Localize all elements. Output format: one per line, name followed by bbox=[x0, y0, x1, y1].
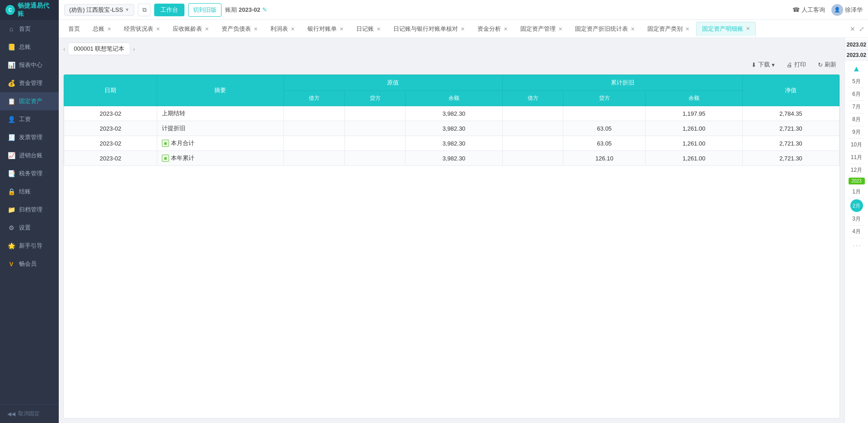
tab-ledger-close[interactable]: ✕ bbox=[107, 26, 111, 32]
company-selector[interactable]: (劝告) 江西股宝-LSS ▼ bbox=[64, 4, 134, 16]
invoice-icon: 🧾 bbox=[7, 134, 15, 141]
tab-assets-liabilities[interactable]: 资产负债表 ✕ bbox=[216, 22, 264, 36]
tab-management[interactable]: 经营状况表 ✕ bbox=[118, 22, 166, 36]
tab-assets-liabilities-close[interactable]: ✕ bbox=[254, 26, 258, 32]
tab-capital-analysis[interactable]: 资金分析 ✕ bbox=[472, 22, 514, 36]
month-item[interactable]: 5月 bbox=[849, 75, 865, 88]
tabbar: 首页 总账 ✕ 经营状况表 ✕ 应收账龄表 ✕ 资产负债表 ✕ 利润表 ✕ 银行… bbox=[59, 20, 868, 38]
tab-fixed-assets-category-label: 固定资产类别 bbox=[647, 25, 683, 33]
cell-orig-debit bbox=[284, 121, 345, 136]
sidebar-item-fixed-assets[interactable]: 📋 固定资产 bbox=[0, 92, 59, 110]
month-item[interactable]: 3月 bbox=[849, 213, 865, 226]
cell-summary: 计提折旧 bbox=[157, 121, 283, 136]
tab-depreciation-stats-close[interactable]: ✕ bbox=[631, 26, 635, 32]
tab-fixed-assets-mgmt[interactable]: 固定资产管理 ✕ bbox=[514, 22, 568, 36]
tab-journal-bank-match[interactable]: 日记账与银行对账单核对 ✕ bbox=[387, 22, 471, 36]
download-button[interactable]: ⬇ 下载 ▾ bbox=[748, 59, 778, 70]
month-item[interactable]: 6月 bbox=[849, 88, 865, 101]
tab-management-close[interactable]: ✕ bbox=[156, 26, 160, 32]
sidebar-item-capital[interactable]: 💰 资金管理 bbox=[0, 74, 59, 92]
tab-home[interactable]: 首页 bbox=[62, 22, 86, 36]
col-orig-balance-header: 余额 bbox=[406, 91, 502, 106]
tab-profit[interactable]: 利润表 ✕ bbox=[264, 22, 301, 36]
cell-dep-credit: 126.10 bbox=[563, 151, 646, 166]
copy-button[interactable]: ⧉ bbox=[138, 4, 151, 16]
tab-expand-icon[interactable]: ⤢ bbox=[859, 25, 864, 33]
vip-icon: V bbox=[7, 261, 15, 268]
cell-orig-credit bbox=[344, 106, 406, 121]
sidebar-item-label: 畅会员 bbox=[19, 260, 37, 268]
data-table: 日期 摘要 原值 累计折旧 净值 借方 贷方 余额 借方 贷方 余额 bbox=[63, 74, 840, 418]
cell-summary: 上期结转 bbox=[157, 106, 283, 121]
cell-dep-debit bbox=[502, 151, 563, 166]
cell-orig-credit bbox=[344, 136, 406, 151]
month-item[interactable]: 10月 bbox=[849, 139, 865, 151]
tab-journal-bank-match-close[interactable]: ✕ bbox=[461, 26, 465, 32]
tab-receivable-close[interactable]: ✕ bbox=[205, 26, 209, 32]
topbar-right: ☎ 人工客询 👤 徐泽华 bbox=[793, 4, 863, 16]
tax-icon: 📑 bbox=[7, 170, 15, 177]
user-menu[interactable]: 👤 徐泽华 bbox=[831, 4, 863, 16]
tab-fixed-assets-detail[interactable]: 固定资产明细账 ✕ bbox=[696, 22, 756, 36]
sidebar-item-reports[interactable]: 📊 报表中心 bbox=[0, 56, 59, 74]
sidebar-item-settings[interactable]: ⚙ 设置 bbox=[0, 219, 59, 237]
sidebar-item-sales[interactable]: 📈 进销台账 bbox=[0, 146, 59, 164]
month-item[interactable]: 9月 bbox=[849, 126, 865, 139]
service-button[interactable]: ☎ 人工客询 bbox=[793, 6, 825, 14]
tab-capital-analysis-close[interactable]: ✕ bbox=[504, 26, 508, 32]
copy-icon: ⧉ bbox=[142, 6, 146, 14]
period-edit-icon[interactable]: ✎ bbox=[262, 6, 267, 13]
tab-receivable[interactable]: 应收账龄表 ✕ bbox=[167, 22, 215, 36]
cell-orig-credit bbox=[344, 121, 406, 136]
sidebar-item-archive[interactable]: 📁 归档管理 bbox=[0, 201, 59, 219]
breadcrumb-next-arrow[interactable]: › bbox=[133, 46, 135, 52]
tab-ledger-label: 总账 bbox=[93, 25, 104, 33]
period-value: 2023-02 bbox=[239, 6, 260, 13]
tab-close-all-icon[interactable]: ✕ bbox=[850, 25, 855, 33]
tab-bank-statement-close[interactable]: ✕ bbox=[340, 26, 344, 32]
cell-dep-balance: 1,261.00 bbox=[646, 151, 742, 166]
month-item[interactable]: 11月 bbox=[849, 151, 865, 164]
tab-fixed-assets-category[interactable]: 固定资产类别 ✕ bbox=[642, 22, 695, 36]
user-name: 徐泽华 bbox=[845, 6, 863, 14]
month-nav-up[interactable]: ▲ bbox=[851, 62, 863, 75]
tab-journal[interactable]: 日记账 ✕ bbox=[350, 22, 387, 36]
sidebar-item-tax[interactable]: 📑 税务管理 bbox=[0, 164, 59, 183]
workspace-button[interactable]: 工作台 bbox=[154, 4, 184, 16]
sidebar-item-close[interactable]: 🔒 结账 bbox=[0, 183, 59, 201]
tab-fixed-assets-category-close[interactable]: ✕ bbox=[685, 26, 689, 32]
sidebar-item-invoice[interactable]: 🧾 发票管理 bbox=[0, 128, 59, 146]
sidebar: C 畅捷通易代账 ⌂ 首页 📒 总账 📊 报表中心 💰 资金管理 📋 固定资产 … bbox=[0, 0, 59, 423]
tab-profit-close[interactable]: ✕ bbox=[291, 26, 295, 32]
sidebar-item-guide[interactable]: 🌟 新手引导 bbox=[0, 237, 59, 255]
tab-ledger[interactable]: 总账 ✕ bbox=[87, 22, 117, 36]
sidebar-item-ledger[interactable]: 📒 总账 bbox=[0, 38, 59, 56]
sidebar-item-label: 发票管理 bbox=[19, 133, 42, 141]
month-item[interactable]: 12月 bbox=[849, 164, 865, 177]
tab-fixed-assets-mgmt-close[interactable]: ✕ bbox=[558, 26, 562, 32]
breadcrumb-prev-arrow[interactable]: ‹ bbox=[63, 46, 65, 52]
cell-date: 2023-02 bbox=[64, 151, 157, 166]
month-nav-dots[interactable]: ⋯ bbox=[850, 238, 863, 253]
month-item[interactable]: 7月 bbox=[849, 101, 865, 113]
tab-bank-statement[interactable]: 银行对账单 ✕ bbox=[302, 22, 349, 36]
tab-depreciation-stats[interactable]: 固定资产折旧统计表 ✕ bbox=[569, 22, 641, 36]
month-list: 5月6月7月8月9月10月11月12月20231月2月3月4月 bbox=[849, 75, 865, 238]
month-item[interactable]: 1月 bbox=[849, 186, 865, 198]
month-item[interactable]: 2月 bbox=[850, 199, 863, 212]
sidebar-item-vip[interactable]: V 畅会员 bbox=[0, 255, 59, 273]
cell-orig-balance: 3,982.30 bbox=[406, 151, 502, 166]
sidebar-item-home[interactable]: ⌂ 首页 bbox=[0, 20, 59, 38]
tab-journal-close[interactable]: ✕ bbox=[377, 26, 381, 32]
sidebar-item-salary[interactable]: 👤 工资 bbox=[0, 110, 59, 128]
month-item[interactable]: 8月 bbox=[849, 113, 865, 126]
sidebar-unpin[interactable]: ◀◀ 取消固定 bbox=[0, 404, 59, 423]
tab-depreciation-stats-label: 固定资产折旧统计表 bbox=[575, 25, 628, 33]
refresh-button[interactable]: ↻ 刷新 bbox=[814, 59, 840, 70]
tab-fixed-assets-detail-close[interactable]: ✕ bbox=[746, 26, 750, 32]
switch-version-button[interactable]: 切到旧版 bbox=[188, 3, 222, 17]
col-dep-credit-header: 贷方 bbox=[563, 91, 646, 106]
print-button[interactable]: 🖨 打印 bbox=[783, 59, 810, 70]
tab-journal-bank-match-label: 日记账与银行对账单核对 bbox=[393, 25, 458, 33]
month-item[interactable]: 4月 bbox=[849, 226, 865, 238]
